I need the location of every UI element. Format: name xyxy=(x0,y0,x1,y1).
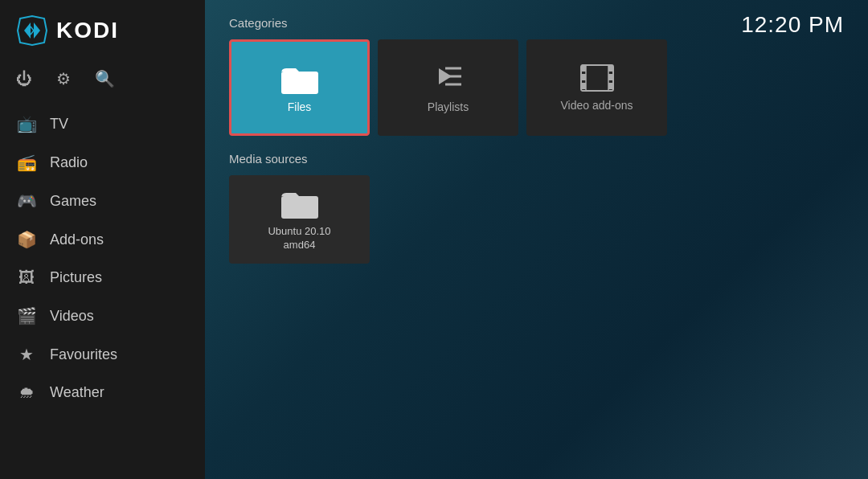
svg-marker-0 xyxy=(18,16,47,45)
sidebar-item-games[interactable]: 🎮 Games xyxy=(0,182,205,220)
source-folder-icon xyxy=(280,186,320,219)
sidebar-item-radio[interactable]: 📻 Radio xyxy=(0,143,205,182)
tile-video-addons[interactable]: Video add-ons xyxy=(526,39,667,136)
tile-playlists-label: Playlists xyxy=(428,100,469,113)
sidebar-item-tv-label: TV xyxy=(50,116,68,133)
logo-area: KODI xyxy=(0,0,205,61)
sidebar-item-favourites[interactable]: ★ Favourites xyxy=(0,335,205,374)
svg-line-3 xyxy=(31,27,34,31)
sidebar-item-pictures[interactable]: 🖼 Pictures xyxy=(0,259,205,297)
weather-icon: 🌧 xyxy=(16,383,37,402)
svg-rect-19 xyxy=(281,196,318,219)
settings-icon[interactable]: ⚙ xyxy=(56,69,71,88)
media-sources-section: Media sources Ubuntu 20.10amd64 xyxy=(229,152,844,264)
folder-icon xyxy=(280,62,320,94)
sidebar-item-videos-label: Videos xyxy=(50,308,94,325)
tv-icon: 📺 xyxy=(16,114,37,133)
sidebar-item-addons-label: Add-ons xyxy=(50,231,104,248)
addons-icon: 📦 xyxy=(16,230,37,249)
tile-files-label: Files xyxy=(288,100,312,113)
tile-video-addons-label: Video add-ons xyxy=(560,99,633,112)
sidebar-item-favourites-label: Favourites xyxy=(50,346,117,363)
sidebar-item-pictures-label: Pictures xyxy=(50,269,102,286)
favourites-icon: ★ xyxy=(16,345,37,364)
sidebar-item-weather-label: Weather xyxy=(50,384,104,401)
sidebar-item-weather[interactable]: 🌧 Weather xyxy=(0,374,205,411)
sidebar-item-tv[interactable]: 📺 TV xyxy=(0,104,205,143)
svg-marker-1 xyxy=(24,23,31,39)
power-icon[interactable]: ⏻ xyxy=(16,70,32,88)
svg-rect-16 xyxy=(608,83,613,89)
svg-rect-12 xyxy=(581,74,586,80)
svg-line-4 xyxy=(31,31,34,35)
main-content: 12:20 PM Categories Files Pla xyxy=(205,0,868,479)
svg-marker-2 xyxy=(34,23,40,39)
pictures-icon: 🖼 xyxy=(16,268,37,287)
time-display: 12:20 PM xyxy=(741,12,844,38)
svg-rect-14 xyxy=(608,65,613,72)
videos-icon: 🎬 xyxy=(16,306,37,325)
svg-rect-13 xyxy=(581,83,586,89)
sidebar-item-videos[interactable]: 🎬 Videos xyxy=(0,297,205,335)
playlists-icon xyxy=(432,62,465,94)
svg-rect-5 xyxy=(281,72,318,94)
media-sources-grid: Ubuntu 20.10amd64 xyxy=(229,175,844,264)
sidebar-item-games-label: Games xyxy=(50,193,96,210)
app-title: KODI xyxy=(56,18,119,43)
top-icons-bar: ⏻ ⚙ 🔍 xyxy=(0,61,205,104)
tile-playlists[interactable]: Playlists xyxy=(378,39,518,136)
sidebar-item-radio-label: Radio xyxy=(50,154,88,171)
search-icon[interactable]: 🔍 xyxy=(95,69,115,88)
categories-grid: Files Playlists xyxy=(229,39,844,136)
sidebar-item-addons[interactable]: 📦 Add-ons xyxy=(0,220,205,259)
games-icon: 🎮 xyxy=(16,191,37,211)
source-tile-ubuntu-label: Ubuntu 20.10amd64 xyxy=(268,225,330,252)
radio-icon: 📻 xyxy=(16,153,37,172)
svg-rect-11 xyxy=(581,65,586,72)
kodi-logo-icon xyxy=(16,14,48,47)
source-tile-ubuntu[interactable]: Ubuntu 20.10amd64 xyxy=(229,175,370,264)
film-strip-icon xyxy=(579,63,615,92)
media-sources-label: Media sources xyxy=(229,152,844,166)
tile-files[interactable]: Files xyxy=(229,39,370,136)
sidebar: KODI ⏻ ⚙ 🔍 📺 TV 📻 Radio 🎮 Games 📦 Add-on… xyxy=(0,0,205,479)
svg-rect-15 xyxy=(608,74,613,80)
